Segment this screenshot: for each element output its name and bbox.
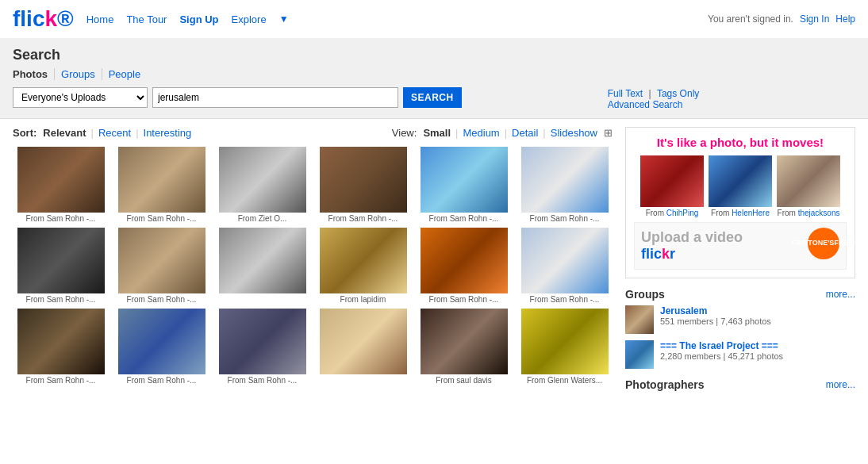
photo-item-12[interactable]: From Sam Rohn -... xyxy=(13,309,109,385)
photo-item-10[interactable]: From Sam Rohn -... xyxy=(416,228,512,304)
explore-arrow: ▼ xyxy=(279,13,289,25)
promo-thumb-1[interactable]: From ChihPing xyxy=(640,155,704,217)
group-item-1[interactable]: Jerusalem 551 members | 7,463 photos xyxy=(625,305,855,334)
photo-thumb-2 xyxy=(219,147,306,213)
search-row: Everyone's UploadsYour Contacts' Uploads… xyxy=(13,85,855,110)
help-link[interactable]: Help xyxy=(835,13,855,25)
photographers-section: Photographers more... xyxy=(625,378,855,391)
promo-title: It's like a photo, but it moves! xyxy=(634,136,847,149)
sign-in-link[interactable]: Sign In xyxy=(800,13,829,25)
logo-flic: flic xyxy=(13,6,44,32)
promo-thumb-img-3 xyxy=(777,155,840,207)
groups-more-link[interactable]: more... xyxy=(826,289,855,300)
photo-thumb-10 xyxy=(421,228,508,293)
nav-explore[interactable]: Explore xyxy=(232,13,267,25)
photo-caption-7: From Sam Rohn -... xyxy=(127,295,197,304)
photo-item-2[interactable]: From Ziet O... xyxy=(214,147,310,223)
view-medium[interactable]: Medium xyxy=(463,127,499,139)
photo-caption-16: From saul davis xyxy=(436,376,492,385)
promo-user-3[interactable]: thejacksons xyxy=(798,209,840,217)
header-right: You aren't signed in. Sign In Help xyxy=(708,13,855,25)
photographers-header: Photographers more... xyxy=(625,378,855,391)
photo-item-4[interactable]: From Sam Rohn -... xyxy=(416,147,512,223)
free-badge: FIRST ONE'S FREE! xyxy=(808,228,839,259)
photo-item-6[interactable]: From Sam Rohn -... xyxy=(13,228,109,304)
photo-item-7[interactable]: From Sam Rohn -... xyxy=(113,228,209,304)
photo-thumb-9 xyxy=(320,228,407,293)
photo-caption-10: From Sam Rohn -... xyxy=(429,295,499,304)
group-name-2[interactable]: === The Israel Project === xyxy=(660,340,778,351)
search-title: Search xyxy=(13,47,855,63)
group-thumb-1 xyxy=(625,305,654,334)
photo-item-15[interactable] xyxy=(315,309,411,385)
tab-groups[interactable]: Groups xyxy=(55,68,102,80)
photo-caption-2: From Ziet O... xyxy=(238,214,287,223)
sort-recent[interactable]: Recent xyxy=(98,127,131,139)
photo-caption-6: From Sam Rohn -... xyxy=(26,295,96,304)
flickr-logo[interactable]: flick® xyxy=(13,6,74,32)
photo-thumb-12 xyxy=(17,309,105,374)
photo-item-8[interactable] xyxy=(214,228,310,304)
full-text-link[interactable]: Full Text xyxy=(608,88,643,99)
view-bar: View: Small | Medium | Detail | Slidesho… xyxy=(392,127,613,139)
upload-video-area[interactable]: Upload a video flickr FIRST ONE'S FREE! xyxy=(634,222,847,270)
logo-r: ® xyxy=(57,6,74,32)
photo-caption-1: From Sam Rohn -... xyxy=(127,214,197,223)
photo-thumb-16 xyxy=(421,309,508,374)
sort-interesting[interactable]: Interesting xyxy=(144,127,192,139)
sort-label: Sort: xyxy=(13,127,36,139)
promo-thumb-2[interactable]: From HelenHere xyxy=(709,155,772,217)
photo-item-9[interactable]: From lapidim xyxy=(315,228,411,304)
photo-item-0[interactable]: From Sam Rohn -... xyxy=(13,147,109,223)
search-scope-dropdown[interactable]: Everyone's UploadsYour Contacts' Uploads… xyxy=(13,87,148,108)
photo-thumb-7 xyxy=(118,228,205,293)
group-thumb-2 xyxy=(625,340,654,369)
photo-item-16[interactable]: From saul davis xyxy=(416,309,512,385)
tags-only-link[interactable]: Tags Only xyxy=(657,88,699,99)
sidebar: It's like a photo, but it moves! From Ch… xyxy=(625,127,855,391)
photographers-title: Photographers xyxy=(625,378,705,391)
photo-item-11[interactable]: From Sam Rohn -... xyxy=(517,228,613,304)
photo-item-17[interactable]: From Glenn Waters... xyxy=(517,309,613,385)
results: Sort: Relevant | Recent | Interesting Vi… xyxy=(13,127,613,391)
nav-home[interactable]: Home xyxy=(86,13,114,25)
view-small[interactable]: Small xyxy=(423,127,451,139)
advanced-search-link[interactable]: Advanced Search xyxy=(608,99,683,110)
photo-item-5[interactable]: From Sam Rohn -... xyxy=(517,147,613,223)
signed-out-text: You aren't signed in. xyxy=(708,13,793,25)
photo-item-13[interactable]: From Sam Rohn -... xyxy=(113,309,209,385)
photo-item-3[interactable]: From Sam Rohn -... xyxy=(315,147,411,223)
search-options: Full Text | Tags Only Advanced Search xyxy=(608,88,700,110)
promo-thumb-3[interactable]: From thejacksons xyxy=(777,155,840,217)
photo-item-1[interactable]: From Sam Rohn -... xyxy=(113,147,209,223)
photo-item-14[interactable]: From Sam Rohn -... xyxy=(214,309,310,385)
search-input[interactable] xyxy=(152,87,398,108)
photo-thumb-14 xyxy=(219,309,306,374)
photo-caption-4: From Sam Rohn -... xyxy=(429,214,499,223)
view-label: View: xyxy=(392,127,417,139)
nav-tour[interactable]: The Tour xyxy=(126,13,167,25)
search-button[interactable]: SEARCH xyxy=(403,87,462,108)
group-name-1[interactable]: Jerusalem xyxy=(660,305,707,316)
view-icon: ⊞ xyxy=(604,127,613,139)
promo-thumb-img-1 xyxy=(640,155,704,207)
promo-user-1[interactable]: ChihPing xyxy=(666,209,699,217)
tab-photos[interactable]: Photos xyxy=(13,68,55,80)
view-detail[interactable]: Detail xyxy=(512,127,538,139)
promo-user-2[interactable]: HelenHere xyxy=(732,209,770,217)
sort-relevant[interactable]: Relevant xyxy=(43,127,86,139)
photographers-more-link[interactable]: more... xyxy=(826,379,855,390)
promo-box: It's like a photo, but it moves! From Ch… xyxy=(625,127,855,278)
tab-people[interactable]: People xyxy=(102,68,147,80)
photo-thumb-11 xyxy=(521,228,609,293)
photo-thumb-5 xyxy=(521,147,609,213)
main: Sort: Relevant | Recent | Interesting Vi… xyxy=(0,119,868,399)
sort-view-bar: Sort: Relevant | Recent | Interesting Vi… xyxy=(13,127,613,139)
nav-signup[interactable]: Sign Up xyxy=(179,13,218,25)
groups-title: Groups xyxy=(625,288,665,301)
view-slideshow[interactable]: Slideshow xyxy=(551,127,597,139)
group-item-2[interactable]: === The Israel Project === 2,280 members… xyxy=(625,340,855,369)
photo-thumb-15 xyxy=(320,309,407,374)
promo-thumb-img-2 xyxy=(709,155,772,207)
photo-thumb-8 xyxy=(219,228,306,293)
